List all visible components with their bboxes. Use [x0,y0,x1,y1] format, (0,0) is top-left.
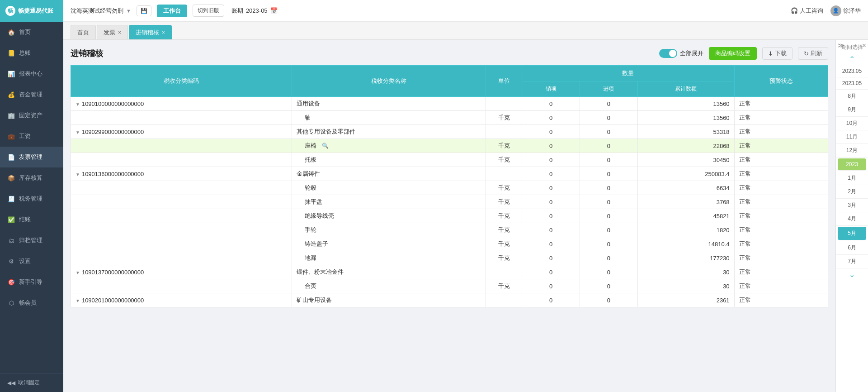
table-row-name: 锻件、粉末冶金件 [292,265,486,279]
sidebar-item-label: 新手引导 [19,278,42,286]
period-item[interactable]: 7月 [836,255,868,268]
switch-old-button[interactable]: 切到旧版 [193,5,224,17]
sidebar-item-inventory[interactable]: 📦 库存核算 [0,167,63,188]
table-row-total: 14810.4 [637,237,734,251]
sidebar-item-ledger[interactable]: 📒 总账 [0,43,63,63]
table-row-purchase: 0 [580,97,638,111]
sidebar-item-payroll[interactable]: 💼 工资 [0,126,63,147]
sidebar-item-settings[interactable]: ⚙ 设置 [0,251,63,272]
period-item[interactable]: 2月 [836,185,868,199]
table-row-code [71,181,292,195]
period-item[interactable]: 9月 [836,103,868,117]
table-row-purchase: 0 [580,209,638,223]
table-row-purchase: 0 [580,125,638,139]
tab-reconciliation-label: 进销稽核 [136,29,159,37]
refresh-button[interactable]: ↻ 刷新 [798,47,828,60]
pin-icon: ◀◀ [7,380,15,386]
download-button[interactable]: ⬇ 下载 [762,47,793,60]
table-row-unit [486,167,522,181]
topbar-right: 🎧 人工咨询 👤 徐泽华 [791,5,861,16]
sidebar-item-archive[interactable]: 🗂 归档管理 [0,230,63,251]
table-row-name: 金属铸件 [292,167,486,181]
period-item[interactable]: 4月 [836,212,868,226]
sidebar-item-settle[interactable]: ✅ 结账 [0,209,63,230]
ledger-icon: 📒 [7,49,15,57]
payroll-icon: 💼 [7,132,15,140]
scroll-down-button[interactable]: ⌄ [836,268,868,281]
table-row-sales: 0 [522,97,580,111]
tab-invoice-close[interactable]: × [118,29,121,36]
logo-icon: 畅 [5,6,15,16]
period-item[interactable]: 10月 [836,117,868,130]
workspace-button[interactable]: 工作台 [157,5,187,17]
save-draft-button[interactable]: 💾 [137,5,151,16]
company-selector[interactable]: 沈海英测试经营勿删 ▼ [71,7,131,15]
table-row-unit: 千克 [486,209,522,223]
table-row-code: ▼1090201000000000000 [71,293,292,307]
tab-reconciliation-close[interactable]: × [162,29,165,36]
sidebar-item-label: 税务管理 [19,195,42,203]
right-panel: 期间选择 × ≫ ⌃ 2023.052023.058月9月10月11月12月20… [835,40,868,392]
table-row-warning: 正常 [734,251,828,265]
period-item[interactable]: 2023.05 [836,77,868,90]
sidebar-footer[interactable]: ◀◀ 取消固定 [0,373,63,392]
period-item[interactable]: 11月 [836,130,868,144]
period-item[interactable]: 3月 [836,199,868,212]
period-item[interactable]: 12月 [836,144,868,158]
period-label: 账期 [231,7,243,15]
sidebar-item-member[interactable]: ⬡ 畅会员 [0,292,63,313]
service-button[interactable]: 🎧 人工咨询 [791,7,823,15]
scroll-up-button[interactable]: ⌃ [836,53,868,65]
sidebar-item-reports[interactable]: 📊 报表中心 [0,63,63,84]
table-row-warning: 正常 [734,153,828,167]
table-row-code [71,111,292,125]
period-item[interactable]: 2023 [838,158,866,171]
sidebar-item-invoice[interactable]: 📄 发票管理 [0,147,63,167]
tab-invoice[interactable]: 发票 × [97,25,128,39]
period-item[interactable]: 8月 [836,90,868,103]
expand-toggle[interactable] [659,49,677,58]
table-row-sales: 0 [522,251,580,265]
table-row-unit [486,293,522,307]
table-row-name: 抹平盘 [292,195,486,209]
sidebar-item-label: 固定资产 [19,111,42,120]
home-icon: 🏠 [7,28,15,36]
sidebar-item-label: 库存核算 [19,174,42,182]
headset-icon: 🎧 [791,7,798,14]
table-row-purchase: 0 [580,293,638,307]
tab-home[interactable]: 首页 [71,25,96,39]
sidebar-item-home[interactable]: 🏠 首页 [0,22,63,43]
table-row-total: 13560 [637,97,734,111]
sidebar-item-label: 资金管理 [19,91,42,99]
assets-icon: 🏢 [7,111,15,120]
table-row-sales: 0 [522,209,580,223]
period-item[interactable]: 6月 [836,241,868,255]
panel-expand-button[interactable]: ≫ [838,42,844,49]
table-row-code: ▼1090137000000000000 [71,265,292,279]
tab-home-label: 首页 [77,29,89,37]
table-row-unit: 千克 [486,111,522,125]
tab-reconciliation[interactable]: 进销稽核 × [129,25,172,39]
panel-close-button[interactable]: × [862,42,866,50]
guide-icon: 🎯 [7,278,15,286]
calendar-icon[interactable]: 📅 [270,7,278,14]
table-row-code [71,139,292,153]
period-item[interactable]: 5月 [838,227,866,240]
table-row-warning: 正常 [734,279,828,293]
sidebar-item-funds[interactable]: 💰 资金管理 [0,84,63,105]
period-item[interactable]: 2023.05 [836,65,868,77]
table-row-purchase: 0 [580,181,638,195]
table-row-sales: 0 [522,167,580,181]
sidebar-item-label: 首页 [19,28,31,36]
sidebar-item-tax[interactable]: 🧾 税务管理 [0,188,63,209]
product-code-button[interactable]: 商品编码设置 [709,47,757,60]
sidebar-item-guide[interactable]: 🎯 新手引导 [0,272,63,292]
user-menu[interactable]: 👤 徐泽华 [830,5,861,16]
period-item[interactable]: 1月 [836,172,868,185]
table-row-unit [486,265,522,279]
table-row-sales: 0 [522,265,580,279]
col-tax-code: 税收分类编码 [71,66,292,97]
sidebar-item-assets[interactable]: 🏢 固定资产 [0,105,63,126]
table-row-warning: 正常 [734,293,828,307]
table-row-code: ▼1090100000000000000 [71,97,292,111]
